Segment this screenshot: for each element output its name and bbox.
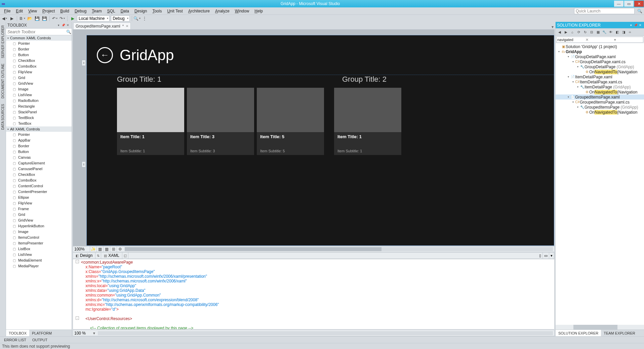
tree-node[interactable]: ▾🔧GroupedItemsPage (GridApp) xyxy=(556,105,644,110)
toolbox-item[interactable]: ItemsControl xyxy=(6,235,72,240)
save-button[interactable]: 💾 xyxy=(34,15,40,22)
start-debug-button[interactable]: ▶ xyxy=(70,15,76,22)
menu-help[interactable]: Help xyxy=(252,8,266,14)
menu-team[interactable]: Team xyxy=(89,8,104,14)
view-designer-icon[interactable]: ‹› xyxy=(627,30,633,35)
document-tab[interactable]: GroupedItemsPage.xaml * ✕ xyxy=(73,23,131,29)
panel-close-icon[interactable]: ✕ xyxy=(638,23,643,28)
open-file-button[interactable]: 📂 xyxy=(27,15,33,22)
show-all-icon[interactable]: ▦ xyxy=(595,30,601,35)
toolbox-item[interactable]: ItemsPresenter xyxy=(6,240,72,246)
collapse-all-icon[interactable]: ⊟ xyxy=(589,30,594,35)
toolbox-item[interactable]: AppBar xyxy=(6,138,72,143)
menu-analyze[interactable]: Analyze xyxy=(212,8,232,14)
vertical-split-button[interactable]: ▯ xyxy=(538,253,543,259)
save-all-button[interactable]: 💾 xyxy=(41,15,47,22)
tree-node[interactable]: ▣Solution 'GridApp' (1 project) xyxy=(556,44,644,49)
platform-tab[interactable]: PLATFORM xyxy=(29,330,54,336)
toolbox-item[interactable]: MediaElement xyxy=(6,258,72,263)
solution-tree[interactable]: ▣Solution 'GridApp' (1 project)▾🗀GridApp… xyxy=(556,43,644,325)
tree-node[interactable]: ⚙OnNavigatedTo(Navigation xyxy=(556,69,644,74)
debug-target-combo[interactable]: Local Machine xyxy=(77,15,110,22)
menu-data[interactable]: Data xyxy=(118,8,132,14)
menu-build[interactable]: Build xyxy=(57,8,72,14)
designer-hscrollbar[interactable] xyxy=(125,247,553,251)
panel-dropdown-icon[interactable]: ▾ xyxy=(629,23,633,28)
toolbox-item[interactable]: ComboBox xyxy=(6,64,72,69)
toolbox-item[interactable]: CaptureElement xyxy=(6,160,72,166)
toolbox-item[interactable]: CarouselPanel xyxy=(6,166,72,172)
undo-button[interactable]: ↶ xyxy=(52,15,58,22)
toolbox-item[interactable]: TextBlock xyxy=(6,115,72,121)
toolbox-item[interactable]: TextBox xyxy=(6,121,72,126)
collapse-pane-button[interactable]: ▾ xyxy=(549,253,554,259)
chevron-down-icon[interactable]: ▾ xyxy=(92,331,96,336)
view-code-icon[interactable]: ◧ xyxy=(614,30,620,35)
view-class-icon[interactable]: ◨ xyxy=(621,30,626,35)
toolbox-item[interactable]: ContentPresenter xyxy=(6,189,72,195)
search-icon[interactable]: 🔍 xyxy=(66,30,72,34)
toolbox-item[interactable]: FlipView xyxy=(6,200,72,206)
tree-node[interactable]: ▾🔧GroupDetailPage (GridApp) xyxy=(556,64,644,69)
quick-launch-input[interactable]: Quick Launch xyxy=(574,8,635,14)
search-dropdown-icon[interactable]: ▾ xyxy=(614,38,642,42)
horizontal-split-button[interactable]: ▭ xyxy=(543,253,549,259)
tree-node[interactable]: ▾📄ItemDetailPage.xaml xyxy=(556,74,644,79)
toolbox-item[interactable]: ContentControl xyxy=(6,183,72,189)
toolbox-item[interactable]: Button xyxy=(6,52,72,58)
panel-dropdown-icon[interactable]: ▾ xyxy=(56,23,61,28)
forward-nav-button[interactable]: ▶ xyxy=(9,15,15,22)
pin-icon[interactable]: 📌 xyxy=(61,23,66,28)
tree-node[interactable]: ⚙OnNavigatedTo(Navigation xyxy=(556,110,644,115)
menu-file[interactable]: File xyxy=(1,8,13,14)
redo-button[interactable]: ↷ xyxy=(59,15,65,22)
tree-node[interactable]: ▾C#GroupedItemsPage.xaml.cs xyxy=(556,100,644,105)
toolbox-item[interactable]: Border xyxy=(6,46,72,52)
tree-node[interactable]: ▾C#GroupDetailPage.xaml.cs xyxy=(556,59,644,64)
solution-explorer-tab[interactable]: SOLUTION EXPLORER xyxy=(556,330,601,336)
designer-handle[interactable]: ⇕ xyxy=(82,60,86,66)
toolbox-item[interactable]: Image xyxy=(6,229,72,235)
effects-icon[interactable]: ✨ xyxy=(90,246,96,252)
settings-icon[interactable]: ⚙ xyxy=(117,246,123,252)
toolbox-item[interactable]: Image xyxy=(6,86,72,92)
tree-node[interactable]: ▾📄GroupedItemsPage.xaml xyxy=(556,94,644,100)
expand-pane-button[interactable]: ◱ xyxy=(122,253,128,259)
grid-3-icon[interactable]: ▦ xyxy=(96,246,103,252)
toolbox-item[interactable]: Canvas xyxy=(6,155,72,160)
menu-design[interactable]: Design xyxy=(132,8,150,14)
toolbox-item[interactable]: GridView xyxy=(6,218,72,223)
toolbox-item[interactable]: FlipView xyxy=(6,69,72,75)
toolbox-group[interactable]: ▾Common XAML Controls xyxy=(6,35,72,41)
tree-node[interactable]: ▾C#ItemDetailPage.xaml.cs xyxy=(556,79,644,84)
xaml-zoom-combo[interactable]: 100 % xyxy=(73,331,92,336)
toolbar-overflow-button[interactable]: ⋮ xyxy=(142,15,148,22)
menu-view[interactable]: View xyxy=(26,8,40,14)
xaml-view-tab[interactable]: ▤XAML xyxy=(101,253,122,259)
grid-4-icon[interactable]: ▦ xyxy=(103,246,110,252)
menu-unit-test[interactable]: Unit Test xyxy=(164,8,185,14)
toolbox-item[interactable]: Grid xyxy=(6,75,72,81)
team-explorer-tab[interactable]: TEAM EXPLORER xyxy=(601,330,638,336)
toolbox-item[interactable]: ListBox xyxy=(6,246,72,252)
toolbox-search-input[interactable] xyxy=(6,29,66,35)
refresh-icon[interactable]: ↻ xyxy=(582,30,588,35)
toolbox-item[interactable]: Ellipse xyxy=(6,195,72,200)
new-project-button[interactable]: 🗎 xyxy=(19,15,25,22)
sync-icon[interactable]: ⟳ xyxy=(576,30,581,35)
properties-icon[interactable]: 🔧 xyxy=(602,30,607,35)
tree-node[interactable]: ▾🗀GridApp xyxy=(556,49,644,54)
toolbox-item[interactable]: ListView xyxy=(6,252,72,258)
toolbox-item[interactable]: CheckBox xyxy=(6,58,72,64)
forward-icon[interactable]: ▶ xyxy=(563,30,569,35)
error-list-tab[interactable]: ERROR LIST xyxy=(1,338,29,342)
minimize-button[interactable]: — xyxy=(614,1,623,7)
preview-icon[interactable]: 👁 xyxy=(608,30,613,35)
maximize-button[interactable]: ▭ xyxy=(624,1,634,7)
toolbox-item[interactable]: StackPanel xyxy=(6,109,72,115)
tab-overflow-icon[interactable]: ▾ xyxy=(550,25,555,29)
menu-tools[interactable]: Tools xyxy=(150,8,164,14)
tree-node[interactable]: ▾📄GroupDetailPage.xaml xyxy=(556,54,644,59)
toolbox-item[interactable]: Button xyxy=(6,149,72,155)
toolbox-item[interactable]: Border xyxy=(6,143,72,149)
